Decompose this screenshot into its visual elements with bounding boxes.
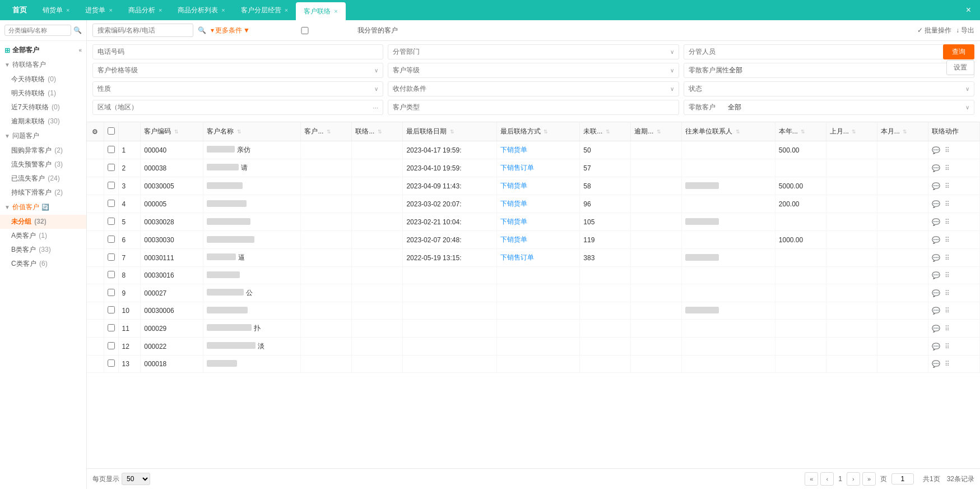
- sidebar-group-value[interactable]: ▼ 价值客户 🔄: [0, 200, 86, 215]
- nav-product-analysis[interactable]: 商品分析 ×: [120, 0, 170, 20]
- sidebar-item-class-a[interactable]: A类客户 (1): [0, 229, 86, 243]
- row-checkbox[interactable]: [108, 271, 115, 278]
- batch-operation-button[interactable]: ✓ 批量操作: [917, 26, 951, 35]
- more-action-icon[interactable]: ⠿: [945, 164, 950, 172]
- contact-way-link[interactable]: 下销售订单: [500, 253, 534, 261]
- call-icon[interactable]: 💬: [932, 289, 940, 297]
- row-checkbox[interactable]: [108, 182, 115, 189]
- filter-manager[interactable]: 分管人员 ···: [684, 44, 974, 59]
- call-icon[interactable]: 💬: [932, 218, 940, 226]
- region-dots-icon[interactable]: ···: [373, 104, 378, 112]
- more-conditions-button[interactable]: ▾ 更多条件 ▼: [211, 26, 250, 35]
- last-month-header[interactable]: 上月... ⇅: [826, 122, 877, 141]
- row-checkbox[interactable]: [108, 146, 115, 153]
- close-purchase-tab[interactable]: ×: [109, 7, 112, 13]
- call-icon[interactable]: 💬: [932, 236, 940, 244]
- call-icon[interactable]: 💬: [932, 182, 940, 190]
- close-product-analysis-tab[interactable]: ×: [159, 7, 162, 13]
- row-checkbox[interactable]: [108, 218, 115, 225]
- more-action-icon[interactable]: ⠿: [945, 146, 950, 154]
- nav-customer-contact[interactable]: 客户联络 ×: [296, 2, 345, 20]
- overdue-header[interactable]: 逾期... ⇅: [631, 122, 682, 141]
- per-page-select[interactable]: 50 20 100: [122, 473, 150, 485]
- more-action-icon[interactable]: ⠿: [945, 218, 950, 226]
- more-action-icon[interactable]: ⠿: [945, 200, 950, 208]
- sidebar-item-abnormal[interactable]: 囤购异常客户 (2): [0, 144, 86, 158]
- search-input[interactable]: [92, 24, 193, 37]
- last-page-btn[interactable]: »: [862, 472, 876, 486]
- row-checkbox[interactable]: [108, 200, 115, 207]
- contact-way-link[interactable]: 下销售订单: [500, 164, 534, 172]
- sidebar-item-churned[interactable]: 已流失客户 (24): [0, 172, 86, 186]
- sidebar-item-ungrouped[interactable]: 未分组 (32): [0, 215, 86, 229]
- more-action-icon[interactable]: ⠿: [945, 343, 950, 350]
- more-action-icon[interactable]: ⠿: [945, 182, 950, 190]
- call-icon[interactable]: 💬: [932, 200, 940, 208]
- nature-dropdown-icon[interactable]: ∨: [374, 86, 378, 92]
- page-jump-input[interactable]: [891, 473, 914, 485]
- settings-column-header[interactable]: ⚙: [87, 122, 104, 141]
- code-column-header[interactable]: 客户编码 ⇅: [141, 122, 203, 141]
- export-button[interactable]: ↓ 导出: [956, 26, 974, 35]
- sidebar-item-7days[interactable]: 近7天待联络 (0): [0, 100, 86, 114]
- call-icon[interactable]: 💬: [932, 164, 940, 172]
- call-icon[interactable]: 💬: [932, 307, 940, 315]
- contact-way-link[interactable]: 下销货单: [500, 218, 527, 225]
- more-action-icon[interactable]: ⠿: [945, 307, 950, 315]
- window-close-button[interactable]: ×: [962, 5, 976, 15]
- filter-region[interactable]: 区域（地区） ···: [92, 100, 383, 115]
- this-month-header[interactable]: 本月... ⇅: [877, 122, 928, 141]
- type-column-header[interactable]: 客户... ⇅: [301, 122, 352, 141]
- retail-customer-dropdown-icon[interactable]: ∨: [965, 104, 969, 110]
- more-action-icon[interactable]: ⠿: [945, 360, 950, 368]
- status-dropdown-icon[interactable]: ∨: [965, 86, 969, 92]
- payment-dropdown-icon[interactable]: ∨: [670, 86, 674, 92]
- no-contact-header[interactable]: 未联... ⇅: [580, 122, 631, 141]
- sidebar-item-overdue[interactable]: 逾期未联络 (30): [0, 114, 86, 128]
- next-page-btn[interactable]: ›: [847, 472, 860, 486]
- contact-way-link[interactable]: 下销货单: [500, 182, 527, 190]
- sidebar-item-class-c[interactable]: C类客户 (6): [0, 257, 86, 271]
- close-customer-tier-tab[interactable]: ×: [285, 7, 288, 13]
- row-checkbox[interactable]: [108, 164, 115, 171]
- my-customers-checkbox[interactable]: [254, 27, 355, 34]
- row-checkbox[interactable]: [108, 236, 115, 243]
- row-checkbox[interactable]: [108, 306, 115, 313]
- row-checkbox[interactable]: [108, 342, 115, 349]
- checkbox-column-header[interactable]: [104, 122, 118, 141]
- sidebar-search-input[interactable]: [4, 25, 71, 36]
- sidebar-item-churn-warning[interactable]: 流失预警客户 (3): [0, 158, 86, 172]
- call-icon[interactable]: 💬: [932, 325, 940, 333]
- contact-way-link[interactable]: 下销货单: [500, 200, 527, 207]
- sidebar-item-declining[interactable]: 持续下滑客户 (2): [0, 186, 86, 200]
- name-column-header[interactable]: 客户名称 ⇅: [203, 122, 301, 141]
- nav-customer-tier[interactable]: 客户分层经营 ×: [233, 0, 296, 20]
- filter-payment[interactable]: 收付款条件 ∨: [388, 81, 679, 96]
- contact-column-header[interactable]: 联络... ⇅: [352, 122, 403, 141]
- contact-way-link[interactable]: 下销货单: [500, 146, 527, 154]
- filter-department[interactable]: 分管部门 ∨: [388, 44, 679, 59]
- price-level-dropdown-icon[interactable]: ∨: [374, 67, 378, 73]
- more-action-icon[interactable]: ⠿: [945, 271, 950, 279]
- first-page-btn[interactable]: «: [805, 472, 818, 486]
- nav-home[interactable]: 首页: [4, 0, 35, 20]
- sidebar-item-today[interactable]: 今天待联络 (0): [0, 72, 86, 86]
- nav-sales[interactable]: 销货单 ×: [35, 0, 77, 20]
- filter-status[interactable]: 状态 ∨: [684, 81, 974, 96]
- select-all-checkbox[interactable]: [108, 127, 115, 135]
- row-checkbox[interactable]: [108, 289, 115, 296]
- more-action-icon[interactable]: ⠿: [945, 254, 950, 262]
- more-action-icon[interactable]: ⠿: [945, 236, 950, 244]
- row-checkbox[interactable]: [108, 253, 115, 261]
- query-button[interactable]: 查询: [943, 44, 974, 59]
- sidebar-group-problem[interactable]: ▼ 问题客户: [0, 128, 86, 144]
- call-icon[interactable]: 💬: [932, 254, 940, 262]
- filter-customer-level[interactable]: 客户等级 ∨: [388, 63, 679, 78]
- nav-product-analysis-list[interactable]: 商品分析列表 ×: [170, 0, 233, 20]
- refresh-icon[interactable]: 🔄: [41, 204, 49, 211]
- call-icon[interactable]: 💬: [932, 343, 940, 350]
- call-icon[interactable]: 💬: [932, 360, 940, 368]
- dept-dropdown-icon[interactable]: ∨: [670, 49, 674, 55]
- close-product-analysis-list-tab[interactable]: ×: [221, 7, 225, 13]
- nav-purchase[interactable]: 进货单 ×: [77, 0, 120, 20]
